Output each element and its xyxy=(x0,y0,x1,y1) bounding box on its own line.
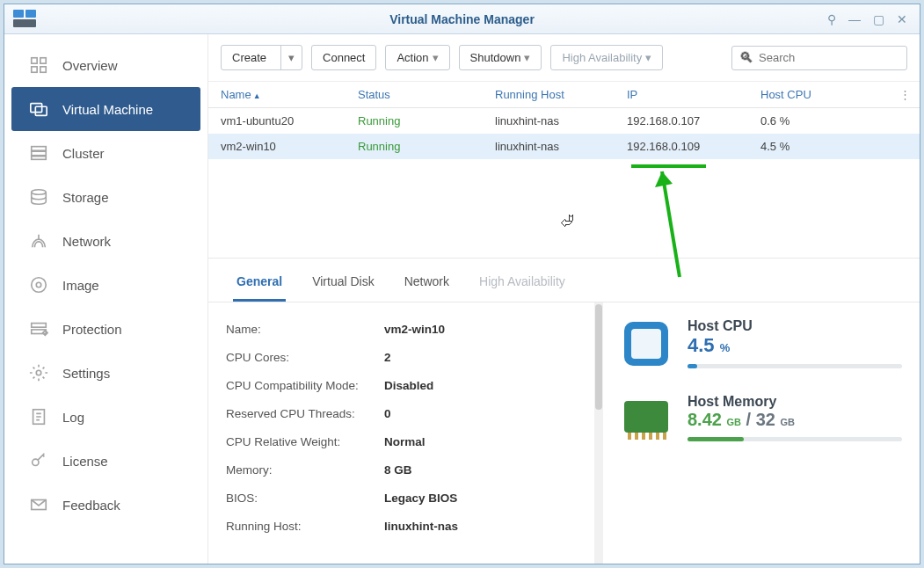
sidebar-item-storage[interactable]: Storage xyxy=(11,175,200,219)
details-panel: Name:vm2-win10 CPU Cores:2 CPU Compatibi… xyxy=(208,302,594,564)
sidebar-item-label: Network xyxy=(62,234,111,249)
search-icon: 🔍︎ xyxy=(739,50,753,66)
details-scrollbar[interactable] xyxy=(594,302,603,564)
svg-rect-3 xyxy=(32,58,37,63)
svg-point-12 xyxy=(32,190,47,195)
sidebar-item-label: Settings xyxy=(62,366,110,381)
svg-marker-23 xyxy=(655,171,673,187)
chevron-down-icon[interactable]: ▾ xyxy=(280,46,302,69)
key-icon xyxy=(29,451,48,470)
log-icon xyxy=(29,407,48,426)
svg-point-17 xyxy=(36,370,41,375)
sidebar-item-label: Virtual Machine xyxy=(62,102,153,117)
host-memory-label: Host Memory xyxy=(688,394,902,410)
close-icon[interactable]: ✕ xyxy=(897,12,907,26)
tab-virtual-disk[interactable]: Virtual Disk xyxy=(309,269,378,302)
svg-rect-29 xyxy=(642,433,645,440)
sort-asc-icon: ▲ xyxy=(253,91,261,100)
toolbar: Create ▾ Connect Action ▾ Shutdown ▾ Hig… xyxy=(208,34,920,82)
cpu-chip-icon xyxy=(621,318,672,369)
svg-rect-26 xyxy=(624,401,668,433)
host-cpu-label: Host CPU xyxy=(688,318,902,334)
column-menu-icon[interactable]: ⋮ xyxy=(891,88,920,101)
svg-rect-32 xyxy=(663,433,666,440)
host-cpu-stat: Host CPU 4.5 % xyxy=(621,318,902,369)
svg-rect-2 xyxy=(13,19,36,27)
svg-rect-11 xyxy=(32,157,47,160)
titlebar: Virtual Machine Manager ⚲ — ▢ ✕ xyxy=(4,4,920,34)
col-name[interactable]: Name▲ xyxy=(221,88,358,101)
action-button[interactable]: Action ▾ xyxy=(385,45,449,70)
envelope-icon xyxy=(29,495,48,514)
sidebar-item-virtual-machine[interactable]: Virtual Machine xyxy=(11,87,200,131)
overview-icon xyxy=(29,55,48,75)
svg-rect-6 xyxy=(40,67,46,72)
search-input[interactable] xyxy=(759,51,906,64)
tab-high-availability: High Availability xyxy=(476,269,569,302)
tab-general[interactable]: General xyxy=(233,269,286,302)
svg-rect-9 xyxy=(32,147,47,151)
sidebar-item-settings[interactable]: Settings xyxy=(11,351,200,395)
chevron-down-icon: ▾ xyxy=(524,51,530,64)
svg-rect-25 xyxy=(631,329,661,359)
sidebar-item-image[interactable]: Image xyxy=(11,263,200,307)
col-ip[interactable]: IP xyxy=(627,88,760,101)
chevron-down-icon: ▾ xyxy=(645,51,651,64)
search-box[interactable]: 🔍︎ xyxy=(731,46,907,70)
shutdown-button[interactable]: Shutdown ▾ xyxy=(459,45,542,70)
sidebar-item-network[interactable]: Network xyxy=(11,219,200,263)
chevron-down-icon: ▾ xyxy=(433,51,439,64)
sidebar: Overview Virtual Machine Cluster Storage… xyxy=(4,34,208,564)
connect-button[interactable]: Connect xyxy=(311,45,376,70)
svg-rect-4 xyxy=(40,58,46,63)
sidebar-item-protection[interactable]: Protection xyxy=(11,307,200,351)
svg-rect-1 xyxy=(25,10,36,18)
high-availability-button[interactable]: High Availability ▾ xyxy=(550,45,663,70)
col-status[interactable]: Status xyxy=(358,88,495,101)
col-host[interactable]: Running Host xyxy=(495,88,627,101)
sidebar-item-cluster[interactable]: Cluster xyxy=(11,131,200,175)
svg-rect-30 xyxy=(649,433,652,440)
svg-point-14 xyxy=(36,282,41,288)
sidebar-item-label: Cluster xyxy=(62,146,105,161)
cluster-icon xyxy=(29,143,48,163)
window-title: Virtual Machine Manager xyxy=(4,12,920,26)
table-header: Name▲ Status Running Host IP Host CPU ⋮ xyxy=(208,82,920,108)
col-cpu[interactable]: Host CPU xyxy=(760,88,891,101)
image-icon xyxy=(29,275,48,295)
svg-rect-15 xyxy=(32,324,47,328)
svg-rect-5 xyxy=(32,67,37,72)
minimize-icon[interactable]: — xyxy=(848,12,861,26)
sidebar-item-label: Image xyxy=(62,278,99,293)
svg-rect-28 xyxy=(635,433,638,440)
svg-point-13 xyxy=(32,278,47,293)
sidebar-item-label: License xyxy=(62,454,108,469)
create-button[interactable]: Create ▾ xyxy=(221,45,302,70)
protection-icon xyxy=(29,319,48,339)
storage-icon xyxy=(29,187,48,207)
sidebar-item-log[interactable]: Log xyxy=(11,395,200,439)
svg-point-19 xyxy=(33,459,39,465)
svg-rect-31 xyxy=(656,433,659,440)
svg-rect-0 xyxy=(13,10,24,18)
sidebar-item-label: Storage xyxy=(62,190,109,205)
svg-rect-8 xyxy=(35,106,47,115)
app-icon xyxy=(13,10,36,29)
gear-icon xyxy=(29,363,48,382)
memory-chip-icon xyxy=(621,394,672,445)
sidebar-item-feedback[interactable]: Feedback xyxy=(11,483,200,527)
vm-icon xyxy=(29,99,48,119)
svg-rect-10 xyxy=(32,151,47,156)
sidebar-item-overview[interactable]: Overview xyxy=(11,43,200,87)
table-row[interactable]: vm2-win10 Running linuxhint-nas 192.168.… xyxy=(208,134,920,159)
sidebar-item-label: Protection xyxy=(62,322,122,337)
sidebar-item-label: Log xyxy=(62,410,84,425)
sidebar-item-label: Feedback xyxy=(62,498,120,513)
sidebar-item-license[interactable]: License xyxy=(11,439,200,483)
svg-rect-7 xyxy=(31,104,42,113)
table-row[interactable]: vm1-ubuntu20 Running linuxhint-nas 192.1… xyxy=(208,108,920,134)
maximize-icon[interactable]: ▢ xyxy=(873,12,884,26)
sidebar-item-label: Overview xyxy=(62,58,118,73)
tab-network[interactable]: Network xyxy=(401,269,453,302)
pin-icon[interactable]: ⚲ xyxy=(827,12,836,26)
